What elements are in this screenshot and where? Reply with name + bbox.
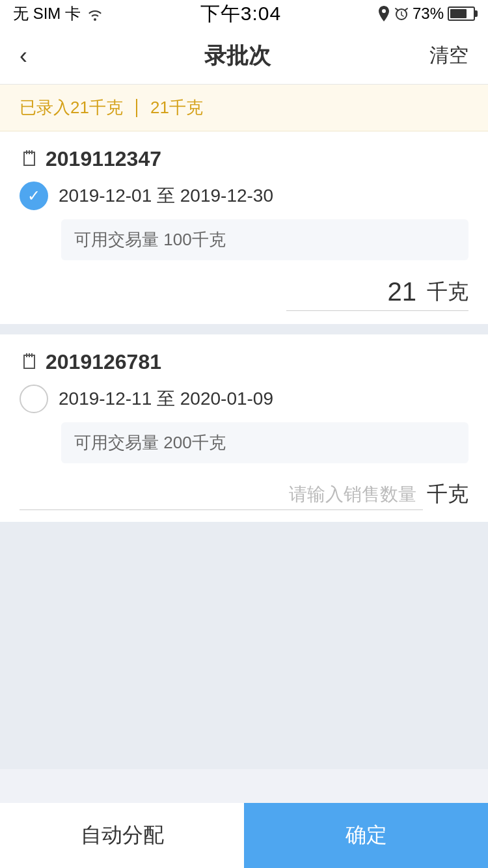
batch-1-quantity-area: 21 千克	[0, 271, 488, 324]
location-icon	[377, 6, 390, 21]
quantity-underline	[286, 310, 468, 311]
batch-1-row[interactable]: ✓ 2019-12-01 至 2019-12-30	[0, 178, 488, 214]
info-value: 21千克	[150, 96, 203, 119]
quantity-placeholder: 请输入销售数量	[289, 482, 416, 507]
batch-1-available: 可用交易量 100千克	[61, 219, 468, 260]
batch-2-quantity-area[interactable]: 请输入销售数量 千克	[0, 474, 488, 522]
clear-button[interactable]: 清空	[416, 42, 468, 69]
status-right: 73%	[377, 5, 475, 23]
batch-2-date: 2019-12-11 至 2020-01-09	[59, 387, 273, 411]
batch-2-id: 2019126781	[46, 350, 161, 374]
auto-distribute-button[interactable]: 自动分配	[0, 803, 244, 868]
batch-doc-icon: 🗒	[20, 147, 40, 171]
status-left: 无 SIM 卡	[13, 3, 104, 24]
batch-1-quantity-value: 21	[388, 277, 417, 306]
batch-card-1: 🗒 2019112347 ✓ 2019-12-01 至 2019-12-30 可…	[0, 131, 488, 324]
recorded-amount: 已录入21千克	[20, 96, 123, 119]
section-divider	[0, 324, 488, 334]
batch-card-2: 🗒 2019126781 2019-12-11 至 2020-01-09 可用交…	[0, 334, 488, 522]
batch-1-date: 2019-12-01 至 2019-12-30	[59, 183, 273, 208]
batch-2-doc-icon: 🗒	[20, 350, 40, 374]
info-divider	[136, 99, 137, 117]
back-button[interactable]: ‹	[20, 42, 59, 70]
nav-bar: ‹ 录批次 清空	[0, 27, 488, 85]
status-time: 下午3:04	[200, 1, 281, 27]
alarm-icon	[394, 6, 409, 21]
batch-2-row[interactable]: 2019-12-11 至 2020-01-09	[0, 381, 488, 417]
info-bar: 已录入21千克 21千克	[0, 85, 488, 131]
batch-1-quantity-unit: 千克	[427, 278, 468, 306]
batch-1-header: 🗒 2019112347	[0, 131, 488, 178]
input-underline	[20, 509, 423, 510]
page-title: 录批次	[204, 41, 271, 71]
carrier-text: 无 SIM 卡	[13, 3, 81, 24]
batch-2-radio[interactable]	[20, 385, 48, 413]
empty-area	[0, 522, 488, 769]
batch-2-available: 可用交易量 200千克	[61, 422, 468, 463]
bottom-bar: 自动分配 确定	[0, 803, 488, 868]
batch-1-id: 2019112347	[46, 147, 161, 171]
battery-icon	[448, 7, 475, 21]
confirm-button[interactable]: 确定	[244, 803, 488, 868]
batch-2-header: 🗒 2019126781	[0, 334, 488, 381]
battery-percent: 73%	[413, 5, 444, 23]
status-bar: 无 SIM 卡 下午3:04 73%	[0, 0, 488, 27]
batch-2-unit: 千克	[427, 480, 468, 509]
batch-1-radio[interactable]: ✓	[20, 182, 48, 210]
wifi-icon	[86, 7, 104, 21]
batch-1-quantity-display: 21 千克	[388, 277, 469, 306]
check-icon: ✓	[27, 187, 40, 205]
